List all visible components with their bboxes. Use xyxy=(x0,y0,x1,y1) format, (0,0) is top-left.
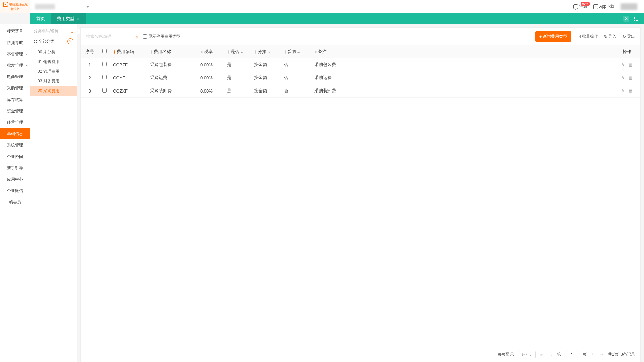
sidebar-item[interactable]: 畅会员 xyxy=(0,196,30,208)
category-item[interactable]: 20 采购费用 xyxy=(30,86,77,96)
th-rate[interactable]: ▲▼税率 xyxy=(198,45,224,58)
close-all-tabs-button[interactable]: ✕ xyxy=(623,16,629,22)
tab-close-icon[interactable]: ✕ xyxy=(76,16,80,21)
page-size-value: 50 xyxy=(522,352,527,357)
export-icon: ↻ xyxy=(623,34,626,39)
delete-row-button[interactable]: 🗑 xyxy=(628,62,633,67)
cell-share: 按金额 xyxy=(251,58,281,71)
tab-home[interactable]: 首页 xyxy=(30,13,51,24)
search-input[interactable] xyxy=(86,34,137,39)
edit-row-button[interactable]: ✎ xyxy=(621,75,625,80)
cell-ticket: 否 xyxy=(281,71,312,84)
export-button[interactable]: ↻导出 xyxy=(623,34,635,39)
edit-row-button[interactable]: ✎ xyxy=(621,88,625,94)
collapse-panel-button[interactable]: « xyxy=(75,29,80,34)
th-ticket-label: 普票... xyxy=(288,49,300,54)
cell-code: CGBZF xyxy=(110,58,147,71)
sidebar-item[interactable]: 企业协同 xyxy=(0,151,30,162)
sidebar-item[interactable]: 资金管理 xyxy=(0,105,30,117)
next-page-button[interactable]: 〉 xyxy=(591,352,595,357)
row-checkbox[interactable] xyxy=(102,62,107,66)
edit-category-button[interactable]: ✎ xyxy=(67,38,73,44)
cell-ticket: 否 xyxy=(281,84,312,98)
category-item[interactable]: 01 销售费用 xyxy=(30,57,77,67)
delete-row-button[interactable]: 🗑 xyxy=(628,75,633,80)
category-item[interactable]: 00 未分类 xyxy=(30,47,77,57)
prev-page-button[interactable]: 〈 xyxy=(548,352,552,357)
import-button[interactable]: ↻导入 xyxy=(604,34,616,39)
cell-name: 采购装卸费 xyxy=(147,84,198,98)
page-label-pre: 第 xyxy=(557,352,561,357)
sidebar-item[interactable]: 经营管理 xyxy=(0,117,30,128)
last-page-button[interactable]: ⇥ xyxy=(600,352,603,357)
export-label: 导出 xyxy=(627,34,635,39)
row-checkbox[interactable] xyxy=(102,75,107,79)
category-search-input[interactable] xyxy=(34,28,71,33)
page-summary: 共1页, 3条记录 xyxy=(608,352,635,357)
row-checkbox[interactable] xyxy=(102,88,107,93)
category-all-button[interactable]: 全部分类 ✎ xyxy=(30,36,77,47)
add-expense-type-button[interactable]: + 新增费用类型 xyxy=(535,31,571,42)
cell-join: 是 xyxy=(224,58,251,71)
batch-ops-button[interactable]: ☑批量操作 xyxy=(577,34,598,39)
messages-link[interactable]: 消息 99 + xyxy=(573,4,587,9)
th-remark[interactable]: ▲▼备注 xyxy=(312,45,613,58)
sidebar-item[interactable]: 系统管理 xyxy=(0,139,30,151)
sort-icon: ▲▼ xyxy=(314,50,317,54)
sidebar-item[interactable]: 库存核算 xyxy=(0,94,30,105)
category-search: ⌕ xyxy=(30,26,77,36)
table-footer: 每页显示 50 ⌄ ⇤ 〈 第 页 〉 ⇥ 共1页, 3条记录 xyxy=(81,347,640,362)
th-ops-label: 操作 xyxy=(623,49,631,54)
th-check-all[interactable] xyxy=(98,45,110,58)
tab-expense-type[interactable]: 费用类型 ✕ xyxy=(51,13,86,24)
category-item[interactable]: 03 财务费用 xyxy=(30,76,77,86)
sidebar-item[interactable]: 基础信息 xyxy=(0,128,30,139)
th-share[interactable]: ▲▼分摊... xyxy=(251,45,281,58)
th-join[interactable]: ▲▼是否... xyxy=(224,45,251,58)
show-disabled-checkbox[interactable] xyxy=(143,34,147,39)
th-code[interactable]: ▲▼费用编码 xyxy=(110,45,147,58)
sidebar-item[interactable]: 企业微信 xyxy=(0,185,30,196)
sidebar-item[interactable]: 快捷导航 xyxy=(0,37,30,48)
sidebar-item[interactable]: 搜索菜单 xyxy=(0,25,30,37)
sort-icon: ▲▼ xyxy=(150,50,153,54)
chevron-down-icon xyxy=(86,6,89,8)
show-disabled-toggle[interactable]: 显示停用费用类型 xyxy=(143,34,180,39)
page-size-select[interactable]: 50 ⌄ xyxy=(519,351,536,358)
search-icon[interactable]: ⌕ xyxy=(71,28,73,34)
cell-rate: 0.00% xyxy=(198,84,224,98)
chevron-down-icon: ⌄ xyxy=(529,353,532,356)
sidebar-item[interactable]: 应用中心 xyxy=(0,174,30,185)
table-body: 1CGBZF采购包装费0.00%是按金额否采购包装费✎🗑2CGYF采购运费0.0… xyxy=(81,58,640,98)
category-item[interactable]: 02 管理费用 xyxy=(30,67,77,76)
org-selector[interactable] xyxy=(30,0,94,13)
message-icon xyxy=(573,4,578,9)
th-seq[interactable]: 序号 xyxy=(81,45,98,58)
th-name[interactable]: ▲▼费用名称 xyxy=(147,45,198,58)
th-seq-label: 序号 xyxy=(85,49,94,54)
cell-join: 是 xyxy=(224,71,251,84)
page-input[interactable] xyxy=(566,351,578,358)
app-download-link[interactable]: App下载 xyxy=(593,4,614,9)
page-label-post: 页 xyxy=(583,352,587,357)
edit-row-button[interactable]: ✎ xyxy=(621,62,625,67)
search-icon[interactable]: ⌕ xyxy=(135,34,138,39)
sidebar-item[interactable]: 批发管理 xyxy=(0,60,30,71)
tab-bar: 首页 费用类型 ✕ ✕ xyxy=(30,13,644,24)
logo-area[interactable]: 畅捷通好生意 标准版 xyxy=(0,0,30,13)
delete-row-button[interactable]: 🗑 xyxy=(628,88,633,94)
first-page-button[interactable]: ⇤ xyxy=(540,352,544,357)
sidebar-item[interactable]: 新手引导 xyxy=(0,162,30,174)
sidebar-item[interactable]: 采购管理 xyxy=(0,82,30,94)
th-ticket[interactable]: ▲▼普票... xyxy=(281,45,312,58)
fullscreen-button[interactable] xyxy=(633,16,639,22)
user-avatar[interactable] xyxy=(621,3,637,10)
sidebar-item[interactable]: 电商管理 xyxy=(0,71,30,82)
cell-check xyxy=(98,58,110,71)
table-row: 2CGYF采购运费0.00%是按金额否采购运费✎🗑 xyxy=(81,71,640,84)
add-label: 新增费用类型 xyxy=(543,34,567,39)
sidebar-item[interactable]: 零售管理 xyxy=(0,48,30,60)
expand-icon xyxy=(634,17,638,21)
check-all-checkbox[interactable] xyxy=(102,49,107,53)
main-layout: 搜索菜单快捷导航零售管理批发管理电商管理采购管理库存核算资金管理经营管理基础信息… xyxy=(0,24,644,362)
